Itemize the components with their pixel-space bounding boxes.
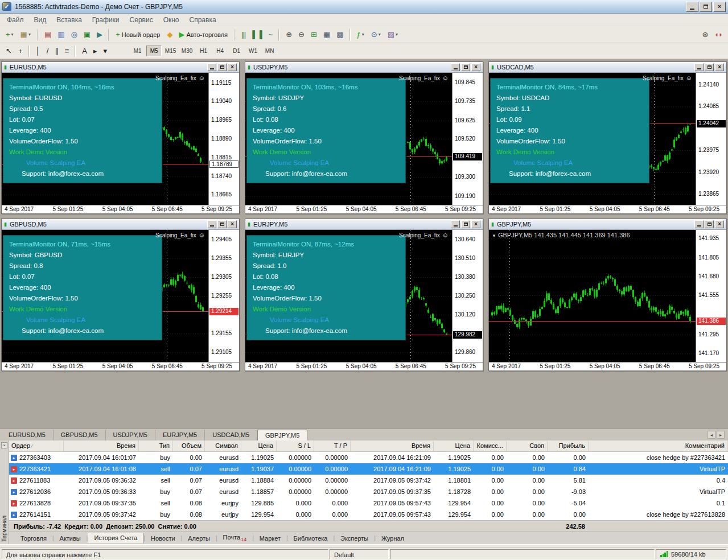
new-order-button[interactable]: +Новый ордер: [113, 28, 163, 41]
window-titlebar[interactable]: ✓ 1568885: Activtrades-Demo - Демо Счет …: [0, 0, 728, 14]
timeframe-w1-button[interactable]: W1: [245, 46, 261, 56]
terminal-tab-торговля[interactable]: Торговля: [15, 533, 52, 543]
chart-titlebar[interactable]: ▮GBPJPY,M5×: [489, 219, 726, 230]
chart-plot[interactable]: ▼GBPJPY,M5 141.435 141.445 141.369 141.3…: [489, 230, 696, 362]
chart-restore-button[interactable]: [461, 220, 470, 228]
column-header-s-/-l-7[interactable]: S / L: [277, 440, 314, 451]
indicators-button[interactable]: ƒ▾: [354, 28, 367, 41]
terminal-tab-маркет[interactable]: Маркет: [254, 533, 286, 543]
timeframe-h1-button[interactable]: H1: [196, 46, 211, 56]
timeframe-m15-button[interactable]: M15: [163, 46, 178, 56]
search-button[interactable]: ⊛: [699, 28, 710, 41]
terminal-tab-эксперты[interactable]: Эксперты: [335, 533, 374, 543]
chart-restore-button[interactable]: [461, 63, 470, 71]
chart-restore-button[interactable]: [705, 63, 714, 71]
scroll-right-button[interactable]: ▸: [717, 431, 725, 439]
profiles-button[interactable]: ▦▾: [18, 28, 34, 41]
timeframe-mn-button[interactable]: MN: [262, 46, 277, 56]
chart-plot[interactable]: TerminalMonitor ON, 84ms, ~17msSymbol: U…: [489, 73, 696, 205]
zoom-out-button[interactable]: ⊖: [295, 28, 307, 41]
navigator-button[interactable]: ◎: [68, 28, 80, 41]
market-watch-button[interactable]: ▤: [42, 28, 54, 41]
chart-plot[interactable]: TerminalMonitor ON, 104ms, ~16msSymbol: …: [2, 73, 208, 205]
fibonacci-button[interactable]: ≡: [62, 45, 72, 57]
column-header-комментарий-14[interactable]: Комментарий: [589, 440, 728, 451]
terminal-tab-история-счета[interactable]: История Счета: [88, 533, 143, 543]
timeframe-h4-button[interactable]: H4: [212, 46, 228, 56]
equidistant-channel-button[interactable]: ∥: [52, 45, 61, 57]
status-profile[interactable]: Default: [330, 549, 389, 559]
auto-trading-button[interactable]: ▶Авто-торговля: [176, 28, 231, 41]
periods-button[interactable]: ⊙▾: [368, 28, 384, 41]
cursor-button[interactable]: ↖: [3, 45, 14, 57]
chart-minimize-button[interactable]: [451, 220, 460, 228]
menu-item-окно[interactable]: Окно: [158, 14, 184, 26]
chart-minimize-button[interactable]: [207, 220, 216, 228]
terminal-close-button[interactable]: ×: [1, 442, 7, 448]
menu-item-графики[interactable]: Графики: [87, 14, 125, 26]
window-tab-usdcad-m5[interactable]: USDCAD,M5: [205, 430, 257, 440]
column-header-объем-4[interactable]: Объем: [173, 440, 205, 451]
timeframe-m30-button[interactable]: M30: [179, 46, 195, 56]
column-header-прибыль-13[interactable]: Прибыль: [548, 440, 589, 451]
terminal-tab-журнал[interactable]: Журнал: [376, 533, 410, 543]
window-close-button[interactable]: ×: [713, 2, 726, 12]
chart-close-button[interactable]: ×: [471, 63, 480, 71]
chart-restore-button[interactable]: [705, 220, 714, 228]
new-chart-button[interactable]: +▾: [3, 28, 17, 41]
trendline-button[interactable]: /: [44, 45, 51, 57]
timeframe-d1-button[interactable]: D1: [229, 46, 244, 56]
history-row[interactable]: ▸2276138282017.09.05 09:37:35sell0.08eur…: [9, 497, 728, 509]
window-maximize-button[interactable]: [700, 2, 712, 12]
column-header-своп-12[interactable]: Своп: [507, 440, 548, 451]
history-row[interactable]: ▸2273634212017.09.04 16:01:08sell0.07eur…: [9, 463, 728, 475]
chart-close-button[interactable]: ×: [715, 220, 724, 228]
window-minimize-button[interactable]: [686, 2, 698, 12]
chart-minimize-button[interactable]: [207, 63, 216, 71]
data-window-button[interactable]: ▥: [55, 28, 67, 41]
column-header-комисс--11[interactable]: Комисс...: [474, 440, 507, 451]
chart-titlebar[interactable]: ▮USDCAD,M5×: [489, 62, 726, 73]
terminal-tab-библиотека[interactable]: Библиотека: [288, 533, 334, 543]
terminal-tab-алерты[interactable]: Алерты: [182, 533, 216, 543]
column-header-цена-10[interactable]: Цена: [434, 440, 474, 451]
chart-titlebar[interactable]: ▮EURUSD,M5×: [2, 62, 239, 73]
terminal-tab-активы[interactable]: Активы: [54, 533, 87, 543]
column-header-время-2[interactable]: Время: [64, 440, 139, 451]
column-header-символ-5[interactable]: Символ: [205, 440, 241, 451]
chart-close-button[interactable]: ×: [715, 63, 724, 71]
arrange-windows-button[interactable]: ▦: [320, 28, 332, 41]
history-row[interactable]: ▸2273634032017.09.04 16:01:07buy0.00euru…: [9, 452, 728, 463]
chat-button[interactable]: ◖◗: [711, 28, 725, 41]
menu-item-справка[interactable]: Справка: [184, 14, 221, 26]
timeframe-m5-button[interactable]: M5: [146, 46, 162, 56]
arrows-button[interactable]: ▾: [101, 45, 110, 57]
zoom-in-button[interactable]: ⊕: [283, 28, 294, 41]
terminal-tab-почта[interactable]: Почта14: [217, 532, 253, 544]
terminal-toggle-button[interactable]: ▣: [81, 28, 93, 41]
window-tab-gbpjpy-m5[interactable]: GBPJPY,M5: [257, 430, 307, 440]
templates-button[interactable]: ▨▾: [385, 28, 401, 41]
cascade-windows-button[interactable]: ▩: [334, 28, 346, 41]
window-tab-eurjpy-m5[interactable]: EURJPY,M5: [155, 430, 205, 440]
history-row[interactable]: ▸2276120362017.09.05 09:36:33buy0.07euru…: [9, 486, 728, 497]
tile-windows-button[interactable]: ⊞: [308, 28, 319, 41]
menu-item-сервис[interactable]: Сервис: [125, 14, 158, 26]
menu-item-вставка[interactable]: Вставка: [51, 14, 87, 26]
column-header-тип-3[interactable]: Тип: [139, 440, 173, 451]
chart-candles-button[interactable]: ▌▐: [249, 28, 264, 41]
chart-close-button[interactable]: ×: [228, 220, 237, 228]
chart-plot[interactable]: TerminalMonitor ON, 71ms, ~15msSymbol: G…: [2, 230, 208, 362]
window-tab-gbpusd-m5[interactable]: GBPUSD,M5: [54, 430, 106, 440]
text-button[interactable]: A: [79, 45, 89, 57]
column-header-время-9[interactable]: Время: [351, 440, 434, 451]
column-header-ордер-1[interactable]: Ордер ∕: [9, 440, 64, 451]
chart-titlebar[interactable]: ▮GBPUSD,M5×: [2, 219, 239, 230]
chart-close-button[interactable]: ×: [471, 220, 480, 228]
chart-line-button[interactable]: ~: [266, 28, 275, 41]
chart-restore-button[interactable]: [217, 220, 227, 228]
window-tab-eurusd-m5[interactable]: EURUSD,M5: [1, 430, 54, 440]
chart-minimize-button[interactable]: [451, 63, 460, 71]
metaeditor-button[interactable]: ◆: [164, 28, 175, 41]
terminal-tab-новости[interactable]: Новости: [145, 533, 181, 543]
